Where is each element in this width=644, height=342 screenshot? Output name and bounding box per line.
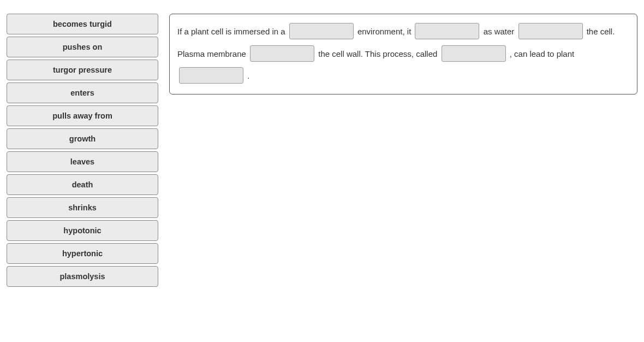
word-item-becomes-turgid[interactable]: becomes turgid	[7, 14, 158, 34]
word-item-hypotonic[interactable]: hypotonic	[7, 220, 158, 241]
drop-slot-6[interactable]	[179, 67, 243, 84]
word-item-enters[interactable]: enters	[7, 82, 158, 103]
sentence-text: .	[247, 71, 249, 80]
drop-slot-1[interactable]	[289, 23, 354, 39]
drop-slot-4[interactable]	[250, 45, 314, 62]
word-bank: becomes turgid pushes on turgor pressure…	[7, 14, 158, 287]
word-item-shrinks[interactable]: shrinks	[7, 197, 158, 218]
sentence-text: environment, it	[357, 27, 414, 36]
word-item-turgor-pressure[interactable]: turgor pressure	[7, 60, 158, 80]
word-item-plasmolysis[interactable]: plasmolysis	[7, 266, 158, 287]
sentence-text: , can lead to plant	[510, 49, 574, 58]
exercise-container: becomes turgid pushes on turgor pressure…	[7, 14, 637, 287]
word-item-pulls-away-from[interactable]: pulls away from	[7, 105, 158, 126]
word-item-death[interactable]: death	[7, 174, 158, 195]
sentence-text: the cell wall. This process, called	[318, 49, 439, 58]
word-item-growth[interactable]: growth	[7, 128, 158, 149]
word-item-hypertonic[interactable]: hypertonic	[7, 243, 158, 264]
drop-slot-5[interactable]	[442, 45, 506, 62]
sentence-text: as water	[484, 27, 517, 36]
drop-slot-3[interactable]	[518, 23, 583, 39]
sentence-text: If a plant cell is immersed in a	[177, 27, 288, 36]
word-item-pushes-on[interactable]: pushes on	[7, 37, 158, 57]
sentence-drop-area: If a plant cell is immersed in a environ…	[169, 14, 637, 95]
drop-slot-2[interactable]	[415, 23, 479, 39]
word-item-leaves[interactable]: leaves	[7, 151, 158, 172]
